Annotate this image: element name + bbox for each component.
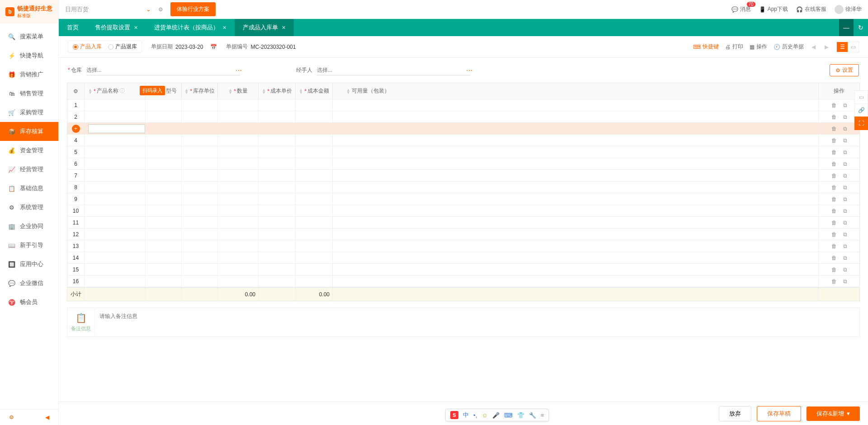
- copy-icon[interactable]: ⧉: [843, 149, 847, 155]
- table-row[interactable]: 7🗑⧉: [67, 170, 859, 182]
- header-unit[interactable]: ▲▼ *库存单位: [182, 83, 218, 99]
- copy-icon[interactable]: ⧉: [843, 278, 847, 285]
- cell-spec[interactable]: [146, 229, 182, 240]
- table-row[interactable]: 15🗑⧉: [67, 264, 859, 276]
- copy-icon[interactable]: ⧉: [843, 196, 847, 202]
- cell-qty[interactable]: [218, 264, 259, 275]
- cell-amount[interactable]: [296, 111, 333, 122]
- cell-spec[interactable]: [146, 252, 182, 263]
- cell-amount[interactable]: [296, 99, 333, 111]
- cell-unit[interactable]: [182, 193, 218, 205]
- cell-price[interactable]: [259, 135, 296, 146]
- copy-icon[interactable]: ⧉: [843, 114, 847, 120]
- tab[interactable]: 进货单统计表（按商品）✕: [146, 19, 235, 36]
- cell-unit[interactable]: [182, 111, 218, 122]
- cell-spec[interactable]: [146, 123, 182, 134]
- cell-spec[interactable]: [146, 111, 182, 122]
- cell-price[interactable]: [259, 252, 296, 263]
- header-name[interactable]: ▲▼ *产品名称 ⓘ 扫码录入: [85, 83, 146, 99]
- service-link[interactable]: 🎧 在线客服: [796, 5, 826, 13]
- operate-link[interactable]: ▦ 操作: [750, 43, 767, 51]
- settings-icon[interactable]: ⚙: [9, 414, 14, 420]
- cell-qty[interactable]: [218, 193, 259, 205]
- cell-spec[interactable]: [146, 158, 182, 169]
- copy-icon[interactable]: ⧉: [843, 266, 847, 273]
- ime-face-icon[interactable]: ☺: [482, 412, 488, 419]
- cell-spec[interactable]: [146, 193, 182, 205]
- delete-icon[interactable]: 🗑: [831, 137, 837, 144]
- cell-qty[interactable]: [218, 170, 259, 181]
- help-icon[interactable]: ⓘ: [119, 87, 125, 95]
- cell-price[interactable]: [259, 205, 296, 216]
- table-row[interactable]: 4🗑⧉: [67, 135, 859, 146]
- copy-icon[interactable]: ⧉: [843, 243, 847, 249]
- cell-name[interactable]: [85, 193, 146, 205]
- cell-amount[interactable]: [296, 205, 333, 216]
- nav-item[interactable]: 🛒采购管理: [0, 103, 58, 122]
- ime-menu-icon[interactable]: ≡: [541, 412, 544, 419]
- history-link[interactable]: 🕘 历史单据: [774, 43, 804, 51]
- ime-voice-icon[interactable]: 🎤: [492, 412, 500, 419]
- table-row[interactable]: 12🗑⧉: [67, 229, 859, 240]
- header-gear[interactable]: ⚙: [67, 83, 85, 99]
- ime-lang[interactable]: 中: [463, 411, 469, 419]
- cell-unit[interactable]: [182, 217, 218, 228]
- nav-item[interactable]: 💰资金管理: [0, 141, 58, 160]
- cell-price[interactable]: [259, 193, 296, 205]
- print-link[interactable]: 🖨 打印: [725, 43, 743, 51]
- cell-price[interactable]: [259, 111, 296, 122]
- side-tool-link-icon[interactable]: 🔗: [854, 103, 868, 117]
- cell-qty[interactable]: [218, 123, 259, 134]
- copy-icon[interactable]: ⧉: [843, 220, 847, 226]
- cell-unit[interactable]: [182, 205, 218, 216]
- next-doc-icon[interactable]: ▶: [823, 44, 830, 50]
- delete-icon[interactable]: 🗑: [831, 126, 837, 132]
- product-name-input[interactable]: [88, 124, 145, 133]
- refresh-tabs-icon[interactable]: ↻: [854, 24, 868, 31]
- nav-item[interactable]: 💬企业微信: [0, 274, 58, 293]
- tab[interactable]: 售价提取设置✕: [87, 19, 146, 36]
- header-amount[interactable]: ▲▼ *成本金额: [296, 83, 333, 99]
- cell-name[interactable]: [85, 158, 146, 169]
- experience-button[interactable]: 体验行业方案: [170, 2, 216, 16]
- ime-tool-icon[interactable]: 🔧: [529, 412, 536, 419]
- copy-icon[interactable]: ⧉: [843, 161, 847, 167]
- cell-unit[interactable]: [182, 240, 218, 252]
- tab[interactable]: 产成品入库单✕: [235, 19, 294, 36]
- delete-icon[interactable]: 🗑: [831, 243, 837, 249]
- table-row[interactable]: +🗑⧉: [67, 123, 859, 135]
- cell-price[interactable]: [259, 99, 296, 111]
- cell-spec[interactable]: [146, 217, 182, 228]
- copy-icon[interactable]: ⧉: [843, 173, 847, 179]
- cell-name[interactable]: [85, 217, 146, 228]
- delete-icon[interactable]: 🗑: [831, 220, 837, 226]
- cell-spec[interactable]: [146, 240, 182, 252]
- cell-name[interactable]: [85, 276, 146, 287]
- delete-icon[interactable]: 🗑: [831, 102, 837, 108]
- cell-name[interactable]: [85, 182, 146, 193]
- cell-name[interactable]: [85, 170, 146, 181]
- settings-button[interactable]: ⚙ 设置: [830, 64, 859, 76]
- cell-name[interactable]: [85, 229, 146, 240]
- cell-qty[interactable]: [218, 135, 259, 146]
- cell-name[interactable]: [85, 146, 146, 158]
- table-row[interactable]: 10🗑⧉: [67, 205, 859, 217]
- cell-amount[interactable]: [296, 135, 333, 146]
- table-row[interactable]: 11🗑⧉: [67, 217, 859, 229]
- radio-product-out[interactable]: 产品退库: [108, 43, 137, 51]
- cell-unit[interactable]: [182, 99, 218, 111]
- cell-unit[interactable]: [182, 264, 218, 275]
- cell-price[interactable]: [259, 264, 296, 275]
- radio-product-in[interactable]: 产品入库: [73, 43, 102, 51]
- side-tool-1[interactable]: ▭: [854, 90, 868, 104]
- cell-amount[interactable]: [296, 193, 333, 205]
- calendar-icon[interactable]: 📅: [210, 44, 217, 50]
- copy-icon[interactable]: ⧉: [843, 184, 847, 191]
- handler-more-icon[interactable]: ⋯: [466, 67, 472, 74]
- app-download-link[interactable]: 📱 App下载: [759, 5, 788, 13]
- cell-unit[interactable]: [182, 123, 218, 134]
- gear-icon[interactable]: ⚙: [158, 6, 163, 13]
- close-icon[interactable]: ✕: [222, 25, 226, 31]
- delete-icon[interactable]: 🗑: [831, 255, 837, 261]
- add-row-icon[interactable]: +: [72, 125, 80, 133]
